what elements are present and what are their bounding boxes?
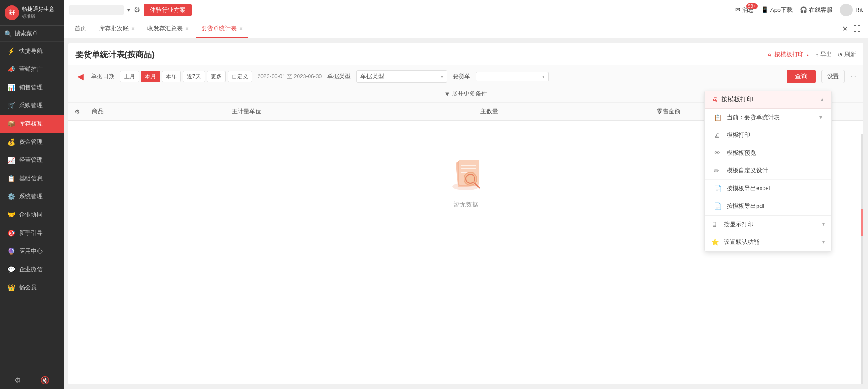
print-template-label: 按模板打印	[774, 51, 804, 59]
goods-filter-select[interactable]: ▾	[476, 72, 549, 81]
date-btn-more[interactable]: 更多	[207, 71, 226, 82]
topbar-settings-button[interactable]: ⚙	[134, 5, 140, 14]
dropdown-set-default[interactable]: ⭐ 设置默认功能 ▾	[705, 233, 831, 251]
nav-search-input[interactable]	[69, 5, 124, 15]
tab-close-all-button[interactable]: ✕	[840, 25, 850, 33]
export-excel-icon: 📄	[714, 185, 722, 192]
display-print-icon: 🖥	[711, 221, 719, 228]
tab-inventory-batch-close[interactable]: ×	[131, 25, 135, 32]
user-profile[interactable]: Rit	[840, 4, 863, 16]
sidebar-item-label: 畅会员	[19, 283, 37, 292]
sidebar-search[interactable]: 🔍 搜索菜单	[0, 26, 64, 42]
sidebar-item-guide[interactable]: 🎯 新手引导	[0, 224, 64, 242]
sidebar-item-sales[interactable]: 📊 销售管理	[0, 78, 64, 96]
tab-receivable-summary[interactable]: 收发存汇总表 ×	[142, 20, 194, 38]
print-header-icon: 🖨	[711, 96, 718, 103]
sound-bottom-icon[interactable]: 🔇	[40, 376, 50, 384]
filter-collapse-button[interactable]: ◀	[75, 71, 85, 81]
sidebar-item-member[interactable]: 👑 畅会员	[0, 278, 64, 297]
sidebar: 好 畅捷通好生意 标准版 🔍 搜索菜单 ⚡ 快捷导航 📣 营销推广 📊 销售管理…	[0, 0, 64, 389]
settings-bottom-icon[interactable]: ⚙	[15, 376, 21, 384]
sidebar-item-label: 系统管理	[19, 192, 43, 201]
scrollbar-thumb[interactable]	[861, 209, 863, 236]
date-btn-last-7days[interactable]: 近7天	[183, 71, 205, 82]
export-button[interactable]: ↑ 导出	[816, 51, 833, 59]
system-icon: ⚙️	[6, 192, 15, 201]
column-gear[interactable]: ⚙	[68, 103, 86, 121]
sidebar-item-operation[interactable]: 📈 经营管理	[0, 151, 64, 169]
sidebar-item-inventory[interactable]: 📦 库存核算	[0, 115, 64, 133]
refresh-button[interactable]: ↺ 刷新	[838, 51, 856, 59]
date-btn-last-month[interactable]: 上月	[120, 71, 139, 82]
template-print-label: 模板打印	[727, 131, 822, 139]
settings-button[interactable]: 设置	[821, 70, 845, 83]
expand-icon: ▼	[444, 91, 450, 97]
sidebar-item-wechat[interactable]: 💬 企业微信	[0, 260, 64, 278]
order-type-select[interactable]: 单据类型 ▾	[356, 70, 447, 83]
sidebar-item-app[interactable]: 🔮 应用中心	[0, 242, 64, 260]
sales-icon: 📊	[6, 83, 15, 92]
tab-receivable-summary-close[interactable]: ×	[185, 25, 189, 32]
dropdown-item-template-print[interactable]: 🖨 模板打印	[705, 126, 831, 144]
print-template-button[interactable]: 🖨 按模板打印 ▲	[767, 51, 810, 59]
user-avatar	[840, 4, 853, 16]
tab-order-stats-close[interactable]: ×	[239, 25, 243, 32]
refresh-icon: ↺	[838, 51, 843, 58]
page-actions: 🖨 按模板打印 ▲ ↑ 导出 ↺ 刷新	[767, 51, 856, 59]
set-default-left: ⭐ 设置默认功能	[711, 238, 759, 246]
date-btn-custom[interactable]: 自定义	[228, 71, 252, 82]
tab-inventory-batch[interactable]: 库存批次账 ×	[94, 20, 140, 38]
expand-more-conditions-button[interactable]: ▼ 展开更多条件	[444, 90, 488, 98]
app-subtitle: 标准版	[22, 13, 55, 20]
print-dropdown-menu: 🖨 按模板打印 ▲ 📋 当前：要货单统计表 ▾ 🖨 模板打印 👁 模板板预览	[704, 91, 832, 252]
logo-text-group: 畅捷通好生意 标准版	[22, 6, 55, 20]
dropdown-item-export-excel[interactable]: 📄 按模板导出excel	[705, 180, 831, 197]
page-title: 要货单统计表(按商品)	[75, 49, 155, 60]
sidebar-item-system[interactable]: ⚙️ 系统管理	[0, 187, 64, 206]
search-icon: 🔍	[5, 30, 12, 37]
template-custom-label: 模板自定义设计	[727, 167, 822, 175]
marketing-icon: 📣	[6, 65, 15, 74]
right-scrollbar[interactable]	[861, 134, 863, 384]
date-filter-group: 上月 本月 本年 近7天 更多 自定义	[120, 71, 252, 82]
query-button[interactable]: 查询	[787, 70, 816, 83]
dropdown-item-template-preview[interactable]: 👁 模板板预览	[705, 144, 831, 162]
set-default-label: 设置默认功能	[724, 238, 759, 246]
tab-maximize-button[interactable]: ⛶	[852, 25, 863, 33]
sidebar-item-label: 企业协同	[19, 211, 43, 219]
set-default-icon: ⭐	[711, 238, 719, 246]
filter-row-1: ◀ 单据日期 上月 本月 本年 近7天 更多 自定义 2023-06-01 至 …	[75, 70, 856, 83]
date-btn-this-month[interactable]: 本月	[141, 71, 160, 82]
date-btn-this-year[interactable]: 本年	[162, 71, 181, 82]
sidebar-item-label: 资金管理	[19, 138, 43, 146]
dropdown-item-template-custom[interactable]: ✏ 模板自定义设计	[705, 162, 831, 180]
sidebar-item-purchase[interactable]: 🛒 采购管理	[0, 96, 64, 115]
tab-order-stats[interactable]: 要货单统计表 ×	[196, 20, 248, 38]
sidebar-item-collab[interactable]: 🤝 企业协同	[0, 206, 64, 224]
column-unit: 主计量单位	[226, 103, 475, 121]
sidebar-item-label: 基础信息	[19, 174, 43, 182]
goods-filter-arrow-icon: ▾	[542, 74, 544, 79]
dropdown-header-arrow-icon: ▲	[819, 96, 825, 103]
sidebar-item-quick-nav[interactable]: ⚡ 快捷导航	[0, 42, 64, 60]
sidebar-item-marketing[interactable]: 📣 营销推广	[0, 60, 64, 78]
tab-home[interactable]: 首页	[69, 20, 92, 38]
search-label: 搜索菜单	[15, 30, 38, 38]
industry-solution-button[interactable]: 体验行业方案	[144, 4, 192, 16]
current-template-arrow-icon: ▾	[819, 114, 822, 121]
order-type-arrow-icon: ▾	[441, 74, 443, 79]
dropdown-item-export-pdf[interactable]: 📄 按模板导出pdf	[705, 197, 831, 215]
dropdown-display-print[interactable]: 🖥 按显示打印 ▾	[705, 216, 831, 233]
goods-filter-label: 要货单	[453, 72, 470, 81]
online-service-button[interactable]: 🎧 在线客服	[800, 6, 833, 14]
dropdown-header[interactable]: 🖨 按模板打印 ▲	[705, 91, 831, 109]
content-area: 要货单统计表(按商品) 🖨 按模板打印 ▲ ↑ 导出 ↺ 刷新	[68, 43, 863, 384]
dropdown-current-template[interactable]: 📋 当前：要货单统计表 ▾	[705, 109, 831, 126]
messages-button[interactable]: ✉ 消息 99+	[735, 6, 754, 14]
nav-dropdown-button[interactable]: ▾	[127, 7, 130, 13]
more-options-button[interactable]: ···	[850, 72, 856, 81]
sidebar-item-basic[interactable]: 📋 基础信息	[0, 169, 64, 187]
app-download-button[interactable]: 📱 App下载	[761, 6, 793, 14]
sidebar-item-finance[interactable]: 💰 资金管理	[0, 133, 64, 151]
download-icon: 📱	[761, 6, 768, 13]
